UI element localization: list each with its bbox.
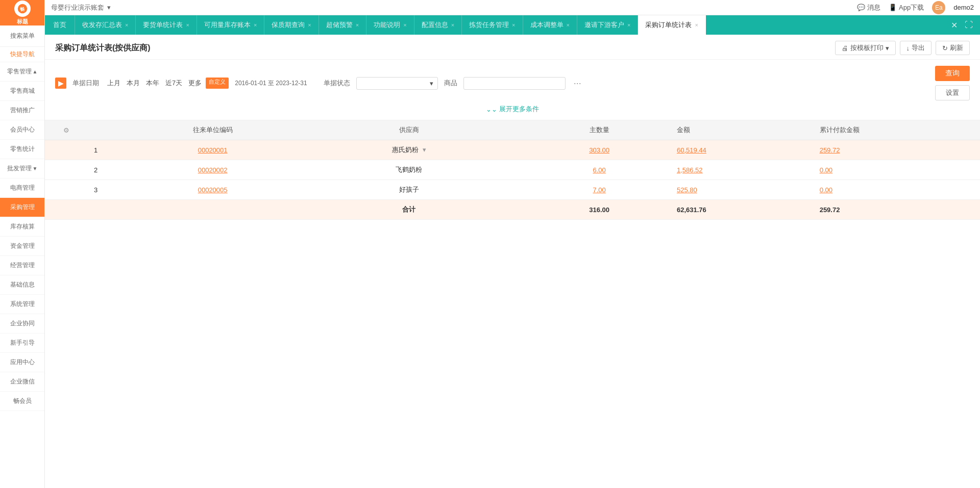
- tab-close-icon[interactable]: ×: [186, 22, 189, 28]
- row-index-cell: 2: [88, 160, 135, 180]
- tab-home[interactable]: 首页: [45, 15, 75, 35]
- sidebar-item-retail-stat[interactable]: 零售统计: [0, 140, 44, 159]
- sidebar-item-purchase[interactable]: 采购管理: [0, 198, 44, 217]
- row-settings-cell: [45, 160, 88, 180]
- date-custom-badge[interactable]: 自定义: [206, 78, 229, 89]
- tab-close-icon[interactable]: ×: [356, 22, 359, 28]
- sidebar-item-member2[interactable]: 畅会员: [0, 392, 44, 411]
- date-more-btn[interactable]: 更多: [186, 78, 204, 89]
- tab-func-desc[interactable]: 功能说明 ×: [366, 15, 414, 35]
- expand-more-btn[interactable]: ⌄⌄ 展开更多条件: [486, 105, 539, 114]
- tab-config-info[interactable]: 配置信息 ×: [414, 15, 462, 35]
- sidebar-item-finance[interactable]: 资金管理: [0, 237, 44, 256]
- query-btn[interactable]: 查询: [935, 66, 970, 81]
- sidebar-item-wholesale[interactable]: 批发管理 ▼: [0, 159, 44, 178]
- sidebar-item-app-center[interactable]: 应用中心: [0, 353, 44, 372]
- col-amount-header: 金额: [671, 120, 814, 140]
- column-settings-icon[interactable]: ⚙: [63, 126, 69, 134]
- tab-label: 首页: [53, 20, 66, 30]
- filter-area: ▶ 单据日期 上月 本月 本年 近7天 更多 自定义 2016-01-01 至 …: [45, 60, 980, 120]
- date-7days-btn[interactable]: 近7天: [163, 78, 184, 89]
- date-this-month-btn[interactable]: 本月: [125, 78, 142, 89]
- phone-icon: 📱: [889, 4, 897, 11]
- tab-overstock-warning[interactable]: 超储预警 ×: [319, 15, 366, 35]
- sidebar-item-inventory[interactable]: 库存核算: [0, 217, 44, 237]
- tab-close-icon[interactable]: ×: [567, 22, 570, 28]
- workspace-bar: 母婴行业演示账套 ▾ 💬 消息 📱 App下载 Ea demo2: [45, 0, 980, 15]
- tab-pick-task[interactable]: 拣货任务管理 ×: [462, 15, 523, 35]
- sidebar-item-ecommerce[interactable]: 电商管理: [0, 178, 44, 198]
- sidebar-item-label: 新手引导: [10, 339, 35, 346]
- paid-link[interactable]: 259.72: [820, 146, 840, 154]
- message-btn[interactable]: 💬 消息: [857, 3, 880, 12]
- app-download-btn[interactable]: 📱 App下载: [889, 3, 924, 12]
- paid-link[interactable]: 0.00: [820, 186, 832, 194]
- tab-close-icon[interactable]: ×: [308, 22, 311, 28]
- tab-cost-adjust[interactable]: 成本调整单 ×: [523, 15, 577, 35]
- status-select[interactable]: ▾: [356, 77, 438, 90]
- sidebar-item-member[interactable]: 会员中心: [0, 120, 44, 140]
- refresh-btn[interactable]: ↻ 刷新: [936, 41, 970, 55]
- message-label: 消息: [867, 3, 880, 12]
- sidebar-item-operation[interactable]: 经营管理: [0, 256, 44, 275]
- sidebar-item-new-guide[interactable]: 新手引导: [0, 333, 44, 353]
- page-title: 采购订单统计表(按供应商): [55, 43, 151, 54]
- export-btn[interactable]: ↓ 导出: [900, 41, 932, 55]
- amount-link[interactable]: 60,519.44: [677, 146, 706, 154]
- quick-nav-btn[interactable]: 快捷导航: [0, 47, 44, 62]
- tab-goods-stat[interactable]: 要货单统计表 ×: [136, 15, 197, 35]
- qty-link[interactable]: 7.00: [593, 186, 605, 194]
- sidebar-item-retail-shop[interactable]: 零售商城: [0, 82, 44, 101]
- tab-close-icon[interactable]: ×: [512, 22, 515, 28]
- sidebar-item-basic-info[interactable]: 基础信息: [0, 275, 44, 295]
- tab-expiry-query[interactable]: 保质期查询 ×: [264, 15, 318, 35]
- amount-link[interactable]: 1,586.52: [677, 166, 703, 174]
- sidebar-item-label: 采购管理: [10, 203, 35, 211]
- row-amount-cell: 525.80: [671, 180, 814, 200]
- print-btn[interactable]: 🖨 按模板打印 ▾: [835, 41, 896, 55]
- close-tab-btn[interactable]: ✕: [948, 18, 961, 32]
- tab-invite-downstream[interactable]: 邀请下游客户 ×: [577, 15, 638, 35]
- paid-link[interactable]: 0.00: [820, 166, 832, 174]
- code-link[interactable]: 00020005: [198, 186, 228, 194]
- goods-input[interactable]: [463, 77, 566, 90]
- tab-purchase-order-stat[interactable]: 采购订单统计表 ×: [638, 15, 705, 35]
- sidebar-item-label: 零售商城: [10, 87, 35, 94]
- tab-close-icon[interactable]: ×: [695, 22, 698, 28]
- tab-close-icon[interactable]: ×: [403, 22, 406, 28]
- tab-close-icon[interactable]: ×: [627, 22, 630, 28]
- setting-btn[interactable]: 设置: [935, 85, 970, 100]
- logo-icon: 畅: [14, 1, 31, 17]
- tab-close-icon[interactable]: ×: [125, 22, 128, 28]
- filter-toggle-btn[interactable]: ▶: [55, 78, 66, 89]
- user-avatar[interactable]: Ea: [932, 1, 945, 14]
- table-header-row: ⚙ 往来单位编码 供应商 主数量 金额 累计付款金额: [45, 120, 980, 140]
- code-link[interactable]: 00020002: [198, 166, 228, 174]
- sidebar-item-retail[interactable]: 零售管理 ▲: [0, 62, 44, 82]
- sidebar-item-corp-wechat[interactable]: 企业微信: [0, 372, 44, 392]
- workspace-selector[interactable]: 母婴行业演示账套 ▾: [51, 3, 111, 12]
- sidebar-item-label: 营销推广: [10, 107, 35, 114]
- amount-link[interactable]: 525.80: [677, 186, 697, 194]
- date-last-month-btn[interactable]: 上月: [105, 78, 122, 89]
- main-area: 母婴行业演示账套 ▾ 💬 消息 📱 App下载 Ea demo2: [45, 0, 980, 488]
- tab-close-icon[interactable]: ×: [451, 22, 454, 28]
- tab-available-stock[interactable]: 可用量库存账本 ×: [197, 15, 264, 35]
- user-name[interactable]: demo2: [953, 4, 974, 11]
- tab-collect-pay[interactable]: 收发存汇总表 ×: [75, 15, 136, 35]
- search-menu-btn[interactable]: 搜索菜单: [3, 30, 41, 42]
- date-this-year-btn[interactable]: 本年: [144, 78, 161, 89]
- qty-link[interactable]: 6.00: [593, 166, 605, 174]
- code-link[interactable]: 00020001: [198, 146, 228, 154]
- sidebar-search-area: 搜索菜单: [0, 25, 44, 47]
- supplier-expand-icon[interactable]: ▾: [423, 146, 426, 153]
- row-paid-cell: 0.00: [814, 160, 980, 180]
- tab-close-icon[interactable]: ×: [254, 22, 257, 28]
- more-options-icon[interactable]: ···: [572, 78, 583, 89]
- qty-link[interactable]: 303.00: [589, 146, 609, 154]
- tab-label: 配置信息: [422, 20, 448, 30]
- maximize-tab-btn[interactable]: ⛶: [962, 18, 976, 32]
- sidebar-item-marketing[interactable]: 营销推广: [0, 101, 44, 120]
- sidebar-item-corp-collab[interactable]: 企业协同: [0, 314, 44, 333]
- sidebar-item-system[interactable]: 系统管理: [0, 295, 44, 314]
